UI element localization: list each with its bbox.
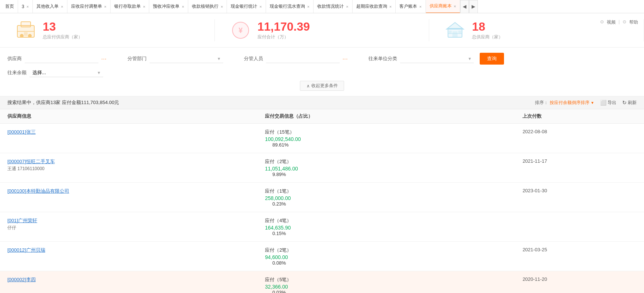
video-link[interactable]: 视频	[607, 19, 616, 25]
store-icon	[444, 19, 466, 41]
stat-payable-suppliers-label: 总应付供应商（家）	[43, 34, 83, 40]
sort-chevron-icon[interactable]: ▼	[591, 101, 594, 105]
supplier-link[interactable]: [001]广州荣轩	[7, 218, 37, 223]
last-payment-cell: 2021-11-17	[515, 153, 644, 183]
supplier-link[interactable]: [000002]李四	[7, 277, 36, 282]
last-payment-value: 2020-11-20	[522, 276, 547, 282]
stat-payable-suppliers-content: 13 总应付供应商（家）	[43, 21, 83, 40]
money-icon: ¥	[230, 19, 252, 41]
payable-ratio: 0.23%	[272, 201, 286, 207]
payable-ratio: 0.15%	[272, 231, 286, 236]
payable-cell: 应付（15笔）100,092,540.0089.61%	[258, 124, 515, 153]
data-table: 供应商信息 应付交易信息（占比） 上次付数 [000001]张三应付（15笔）1…	[0, 109, 644, 293]
nav-tab-cash-bank-stats-close[interactable]: ×	[259, 4, 262, 9]
supplier-cell: [001]广州荣轩仔仔	[0, 212, 258, 242]
nav-tab-3-close[interactable]: ×	[27, 4, 29, 9]
nav-tab-supplier-ledger-label: 供应商账本	[430, 3, 452, 9]
col-supplier-info: 供应商信息	[0, 109, 258, 124]
nav-tab-3[interactable]: 3 ×	[18, 0, 33, 13]
nav-tab-overdue-query-close[interactable]: ×	[389, 4, 392, 9]
result-summary: 搜索结果中，供应商13家 应付金额111,703,854.00元	[7, 99, 119, 106]
supplier-dots-icon[interactable]: ···	[101, 56, 107, 62]
filter-supplier-input[interactable]	[25, 54, 98, 63]
refresh-button[interactable]: ↻ 刷新	[622, 100, 637, 106]
last-payment-cell	[515, 212, 644, 242]
nav-next-arrow[interactable]: ▶	[469, 0, 478, 13]
payable-amount[interactable]: 94,600.00	[265, 254, 508, 260]
export-button[interactable]: ⬜ 导出	[600, 100, 616, 106]
nav-tab-ar-ap-adjust-label: 应收应付调整单	[71, 3, 102, 10]
payable-amount[interactable]: 258,000.00	[265, 195, 508, 201]
supplier-link[interactable]: [000001]张三	[7, 129, 36, 135]
filter-dept-select[interactable]	[150, 54, 223, 63]
export-label: 导出	[608, 100, 616, 106]
payable-count: 应付（1笔）	[265, 188, 508, 194]
nav-tab-other-income-close[interactable]: ×	[61, 4, 63, 9]
payable-amount[interactable]: 164,635.90	[265, 225, 508, 231]
nav-tab-collect-stats-close[interactable]: ×	[346, 4, 348, 9]
stat-total-payable-content: 11,170.39 应付合计（万）	[258, 21, 310, 40]
nav-prev-arrow[interactable]: ◀	[460, 0, 469, 13]
nav-tab-payment-exec-close[interactable]: ×	[221, 4, 223, 9]
payable-amount[interactable]: 100,092,540.00	[265, 136, 508, 142]
filter-person: 分管人员 ···	[244, 54, 348, 63]
nav-tab-cash-bank-stats[interactable]: 现金银行统计 ×	[227, 0, 266, 13]
supplier-sub-info: 仔仔	[7, 225, 250, 231]
filter-area: 供应商 ··· 分管部门 ▼ 分管人员 ··· 往来单位分类	[0, 48, 644, 96]
help-link[interactable]: 帮助	[629, 19, 638, 25]
svg-marker-9	[447, 23, 463, 29]
nav-tab-collect-stats[interactable]: 收款情况统计 ×	[314, 0, 352, 13]
payable-amount[interactable]: 11,051,486.00	[265, 166, 508, 172]
query-button[interactable]: 查询	[480, 53, 504, 65]
supplier-link[interactable]: [000012]广州贝瑞	[7, 247, 45, 253]
top-navigation: 首页 3 × 其他收入单 × 应收应付调整单 × 银行存取款单 × 预收冲应收单…	[0, 0, 644, 13]
nav-tab-cash-bank-flow-close[interactable]: ×	[307, 4, 309, 9]
filter-balance-select[interactable]: 选择...	[29, 68, 103, 77]
filter-person-label: 分管人员	[244, 55, 263, 62]
table-row: [000012]广州贝瑞应付（2笔）94,600.000.08%2021-03-…	[0, 242, 644, 271]
filter-supplier: 供应商 ···	[7, 54, 107, 63]
filter-dept: 分管部门 ▼	[127, 54, 223, 63]
nav-tab-supplier-ledger-close[interactable]: ×	[454, 4, 456, 8]
filter-person-input[interactable]	[266, 54, 340, 63]
nav-tab-advance-collect-label: 预收冲应收单	[153, 3, 179, 10]
filter-row-1: 供应商 ··· 分管部门 ▼ 分管人员 ··· 往来单位分类	[7, 53, 637, 65]
nav-tab-payment-exec[interactable]: 收款核销执行 ×	[188, 0, 227, 13]
nav-tab-customer-ledger[interactable]: 客户账本 ×	[396, 0, 426, 13]
stat-total-payable: ¥ 11,170.39 应付合计（万）	[215, 19, 430, 41]
nav-tab-overdue-query-label: 超期应收款查询	[356, 3, 387, 10]
table-row: [000007]恒旺二手叉车王通 17106110000应付（2笔）11,051…	[0, 153, 644, 183]
payable-amount[interactable]: 32,366.00	[265, 284, 508, 290]
sort-label-text: 排序：	[535, 100, 548, 105]
nav-tab-other-income[interactable]: 其他收入单 ×	[33, 0, 67, 13]
circle-icon: ⊙	[600, 19, 604, 25]
collapse-label: 收起更多条件	[311, 83, 338, 89]
filter-dept-wrapper: ▼	[150, 54, 223, 63]
nav-tab-collect-stats-label: 收款情况统计	[317, 3, 344, 10]
payable-count: 应付（2笔）	[265, 247, 508, 254]
payable-ratio: 0.03%	[272, 290, 286, 293]
nav-tab-supplier-ledger[interactable]: 供应商账本 ×	[426, 0, 460, 13]
nav-tab-home[interactable]: 首页	[1, 0, 18, 13]
last-payment-cell: 2023-01-30	[515, 183, 644, 212]
person-dots-icon[interactable]: ···	[343, 56, 348, 62]
sort-value-text[interactable]: 按应付余额倒序排序	[550, 100, 589, 105]
nav-tab-cash-bank-flow[interactable]: 现金银行流水查询 ×	[266, 0, 314, 13]
last-payment-cell: 2022-08-08	[515, 124, 644, 153]
nav-tab-bank-deposit-close[interactable]: ×	[143, 4, 145, 9]
nav-tab-customer-ledger-close[interactable]: ×	[419, 4, 421, 9]
nav-tab-overdue-query[interactable]: 超期应收款查询 ×	[353, 0, 396, 13]
filter-category-select[interactable]	[400, 54, 474, 63]
payable-count: 应付（15笔）	[265, 129, 508, 135]
collapse-button[interactable]: ∧ 收起更多条件	[300, 81, 344, 91]
supplier-link[interactable]: [000007]恒旺二手叉车	[7, 159, 55, 164]
nav-tab-advance-collect[interactable]: 预收冲应收单 ×	[149, 0, 188, 13]
filter-category-wrapper: ▼	[400, 54, 474, 63]
nav-tab-advance-collect-close[interactable]: ×	[182, 4, 184, 9]
payable-ratio: 9.89%	[272, 172, 286, 177]
last-payment-cell: 2020-11-20	[515, 271, 644, 293]
nav-tab-bank-deposit[interactable]: 银行存取款单 ×	[111, 0, 149, 13]
nav-tab-ar-ap-adjust[interactable]: 应收应付调整单 ×	[67, 0, 111, 13]
nav-tab-ar-ap-adjust-close[interactable]: ×	[104, 4, 106, 9]
supplier-link[interactable]: [000100]本特勤油品有限公司	[7, 188, 69, 194]
